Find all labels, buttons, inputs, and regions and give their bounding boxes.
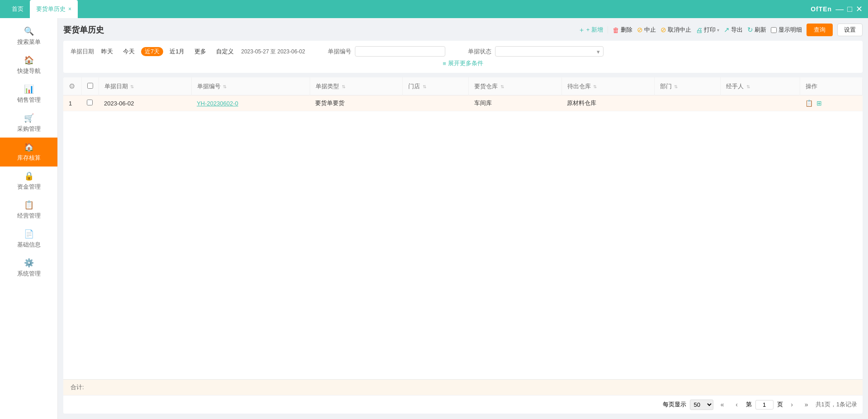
date-option-more[interactable]: 更多 xyxy=(191,47,210,56)
refresh-icon: ↻ xyxy=(747,26,753,34)
row-actions: 📋 ⊞ xyxy=(800,95,862,111)
table-body: 1 2023-06-02 YH-20230602-0 要货单要货 车间库 xyxy=(63,95,863,111)
order-no-label: 单据编号 xyxy=(328,48,351,56)
print-button[interactable]: 🖨 打印 ▾ xyxy=(696,26,719,34)
req-warehouse-sort-icon[interactable]: ⇅ xyxy=(500,84,504,89)
pending-warehouse-sort-icon[interactable]: ⇅ xyxy=(593,84,597,89)
stop-icon: ⊘ xyxy=(637,26,643,34)
last-page-btn[interactable]: » xyxy=(801,399,812,410)
order-no-filter: 单据编号 xyxy=(328,46,445,57)
row-date: 2023-06-02 xyxy=(99,95,191,111)
first-page-btn[interactable]: « xyxy=(717,399,728,410)
status-select[interactable] xyxy=(495,46,604,57)
filter-bar: 单据日期 昨天 今天 近7天 近1月 更多 自定义 2023-05-27 至 2… xyxy=(63,41,863,73)
sidebar-item-sales[interactable]: 📊 销售管理 xyxy=(0,80,57,109)
date-option-custom[interactable]: 自定义 xyxy=(212,47,237,56)
date-col-header: 单据日期 ⇅ xyxy=(99,77,191,95)
date-range-text: 2023-05-27 至 2023-06-02 xyxy=(241,48,305,56)
date-option-today[interactable]: 今天 xyxy=(119,47,138,56)
status-filter: 单据状态 xyxy=(468,46,855,57)
sidebar-item-system[interactable]: ⚙️ 系统管理 xyxy=(0,253,57,282)
order-no-input[interactable] xyxy=(355,46,445,57)
page-input[interactable] xyxy=(755,400,774,409)
sidebar-item-label: 经营管理 xyxy=(17,212,41,220)
row-store xyxy=(403,95,469,111)
minimize-btn[interactable]: — xyxy=(835,5,844,14)
export-button[interactable]: ↗ 导出 xyxy=(724,26,743,34)
sidebar-item-basic-info[interactable]: 📄 基础信息 xyxy=(0,224,57,253)
table-container: ⚙ 单据日期 ⇅ 单据编号 ⇅ xyxy=(63,77,863,379)
req-warehouse-col-header: 要货仓库 ⇅ xyxy=(469,77,561,95)
expand-btn[interactable]: ≡ 展开更多条件 xyxy=(443,59,483,67)
delete-icon: 🗑 xyxy=(613,26,619,34)
sidebar-item-finance[interactable]: 🔒 资金管理 xyxy=(0,167,57,195)
select-all-checkbox[interactable] xyxy=(87,83,93,89)
sidebar: 🔍 搜索菜单 🏠 快捷导航 📊 销售管理 🛒 采购管理 🏠 库存核算 🔒 资金管… xyxy=(0,18,58,419)
pending-warehouse-col-header: 待出仓库 ⇅ xyxy=(561,77,654,95)
per-page-select[interactable]: 50 20 100 xyxy=(690,400,713,410)
per-page-label: 每页显示 xyxy=(663,400,686,409)
sidebar-item-purchase[interactable]: 🛒 采购管理 xyxy=(0,109,57,138)
purchase-icon: 🛒 xyxy=(24,113,34,123)
basic-info-icon: 📄 xyxy=(24,229,34,239)
tab-requisition-history[interactable]: 要货单历史 × xyxy=(30,0,78,18)
date-sort-icon[interactable]: ⇅ xyxy=(130,84,134,89)
close-btn[interactable]: ✕ xyxy=(856,4,863,14)
page-header: 要货单历史 ＋ + 新增 🗑 删除 ⊘ 中止 ⊘ 取消中止 xyxy=(63,24,863,36)
new-button[interactable]: ＋ + 新增 xyxy=(578,26,603,34)
prev-page-btn[interactable]: ‹ xyxy=(731,399,742,410)
settings-button[interactable]: 设置 xyxy=(837,24,863,36)
show-detail-input[interactable] xyxy=(771,27,777,33)
tab-close-icon[interactable]: × xyxy=(68,6,71,12)
sidebar-item-search-menu[interactable]: 🔍 搜索菜单 xyxy=(0,22,57,51)
cancel-stop-icon: ⊘ xyxy=(660,26,666,34)
sidebar-item-label: 快捷导航 xyxy=(17,67,41,75)
row-checkbox xyxy=(81,95,99,111)
order-no-col-header: 单据编号 ⇅ xyxy=(191,77,310,95)
handler-sort-icon[interactable]: ⇅ xyxy=(746,84,750,89)
date-option-7days[interactable]: 近7天 xyxy=(141,47,163,56)
table-footer: 合计: xyxy=(63,379,863,395)
date-option-yesterday[interactable]: 昨天 xyxy=(98,47,117,56)
cancel-stop-button[interactable]: ⊘ 取消中止 xyxy=(660,26,691,34)
sidebar-item-label: 销售管理 xyxy=(17,96,41,104)
order-type-sort-icon[interactable]: ⇅ xyxy=(342,84,345,89)
store-col-header: 门店 ⇅ xyxy=(403,77,469,95)
dept-sort-icon[interactable]: ⇅ xyxy=(674,84,678,89)
sidebar-item-operation[interactable]: 📋 经营管理 xyxy=(0,195,57,224)
tab-home[interactable]: 首页 xyxy=(5,0,30,18)
inventory-icon: 🏠 xyxy=(24,142,34,152)
handler-col-header: 经手人 ⇅ xyxy=(721,77,800,95)
quick-nav-icon: 🏠 xyxy=(24,55,34,65)
total-info: 共1页，1条记录 xyxy=(816,400,857,409)
finance-icon: 🔒 xyxy=(24,171,34,181)
query-button[interactable]: 查询 xyxy=(807,24,833,36)
order-no-sort-icon[interactable]: ⇅ xyxy=(223,84,226,89)
sidebar-item-inventory[interactable]: 🏠 库存核算 xyxy=(0,138,57,167)
column-settings-icon[interactable]: ⚙ xyxy=(69,82,75,90)
maximize-btn[interactable]: □ xyxy=(847,5,852,14)
refresh-button[interactable]: ↻ 刷新 xyxy=(747,26,766,34)
next-page-btn[interactable]: › xyxy=(787,399,797,410)
print-dropdown-icon: ▾ xyxy=(717,28,719,33)
store-sort-icon[interactable]: ⇅ xyxy=(423,84,426,89)
delete-button[interactable]: 🗑 删除 xyxy=(613,26,632,34)
stop-button[interactable]: ⊘ 中止 xyxy=(637,26,656,34)
page-title: 要货单历史 xyxy=(63,24,104,35)
date-option-1month[interactable]: 近1月 xyxy=(166,47,188,56)
edit-action-icon[interactable]: 📋 xyxy=(805,100,813,107)
date-filter-label: 单据日期 xyxy=(71,48,94,56)
show-detail-checkbox[interactable]: 显示明细 xyxy=(771,26,802,34)
date-filter: 单据日期 昨天 今天 近7天 近1月 更多 自定义 2023-05-27 至 2… xyxy=(71,47,305,56)
expand-more-row: ≡ 展开更多条件 xyxy=(71,59,855,67)
expand-icon: ≡ xyxy=(443,60,446,67)
row-index: 1 xyxy=(63,95,81,111)
delete-action-icon[interactable]: ⊞ xyxy=(816,100,822,107)
table-header: ⚙ 单据日期 ⇅ 单据编号 ⇅ xyxy=(63,77,863,95)
order-no-link[interactable]: YH-20230602-0 xyxy=(197,100,238,107)
row-select-checkbox[interactable] xyxy=(87,100,93,105)
row-pending-warehouse: 原材料仓库 xyxy=(561,95,654,111)
new-icon: ＋ xyxy=(578,26,585,34)
sidebar-item-quick-nav[interactable]: 🏠 快捷导航 xyxy=(0,51,57,80)
table-row: 1 2023-06-02 YH-20230602-0 要货单要货 车间库 xyxy=(63,95,863,111)
